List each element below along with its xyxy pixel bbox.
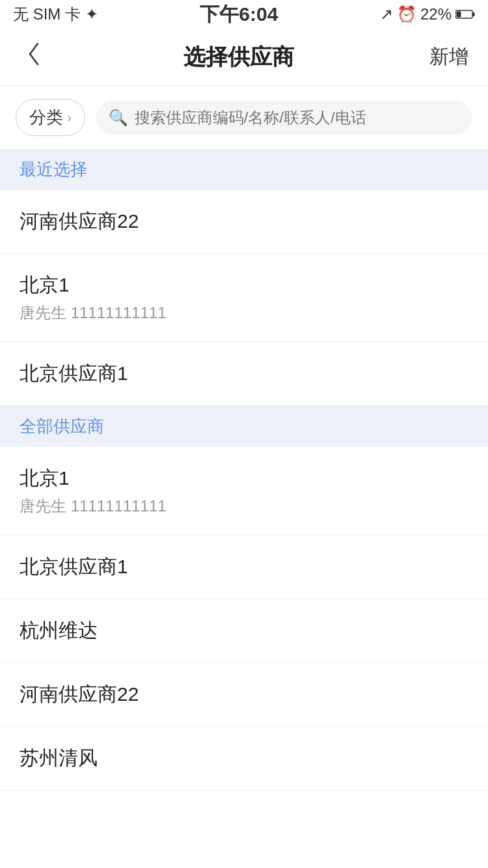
item-name: 河南供应商22 — [20, 208, 468, 235]
add-button[interactable]: 新增 — [429, 44, 468, 70]
item-name: 苏州清风 — [20, 745, 468, 772]
category-button[interactable]: 分类 › — [16, 99, 85, 136]
item-name: 河南供应商22 — [20, 681, 468, 708]
status-left: 无 SIM 卡 ✦ — [13, 4, 98, 25]
list-item[interactable]: 苏州清风 — [0, 727, 488, 791]
item-name: 北京供应商1 — [20, 360, 468, 387]
filter-bar: 分类 › 🔍 — [0, 86, 488, 149]
search-input[interactable] — [135, 109, 459, 127]
list-item[interactable]: 河南供应商22 — [0, 663, 488, 727]
item-name: 北京1 — [20, 272, 468, 299]
sim-status: 无 SIM 卡 ✦ — [13, 4, 98, 25]
chevron-right-icon: › — [67, 110, 72, 125]
list-item[interactable]: 杭州维达 — [0, 599, 488, 663]
item-name: 北京1 — [20, 465, 468, 492]
list-item[interactable]: 河南供应商22 — [0, 190, 488, 254]
status-right: ↗ ⏰ 22% — [380, 5, 475, 23]
nav-bar: 选择供应商 新增 — [0, 29, 488, 86]
svg-rect-2 — [456, 12, 461, 18]
status-time: 下午6:04 — [200, 1, 278, 28]
item-name: 杭州维达 — [20, 617, 468, 644]
item-name: 北京供应商1 — [20, 554, 468, 580]
status-bar: 无 SIM 卡 ✦ 下午6:04 ↗ ⏰ 22% — [0, 0, 488, 29]
section-header-all: 全部供应商 — [0, 406, 488, 447]
list-item[interactable]: 北京1唐先生 11111111111 — [0, 447, 488, 536]
section-header-recent: 最近选择 — [0, 149, 488, 190]
item-sub: 唐先生 11111111111 — [20, 303, 468, 323]
battery-percent: 22% — [420, 5, 452, 23]
page-title: 选择供应商 — [183, 42, 294, 72]
list-item[interactable]: 北京供应商1 — [0, 536, 488, 599]
supplier-list: 最近选择河南供应商22北京1唐先生 11111111111北京供应商1全部供应商… — [0, 149, 488, 791]
search-box: 🔍 — [96, 101, 472, 135]
battery-icon — [455, 5, 475, 23]
location-icon: ↗ — [380, 5, 393, 23]
svg-rect-1 — [472, 12, 474, 16]
category-label: 分类 — [29, 106, 63, 129]
list-item[interactable]: 北京1唐先生 11111111111 — [0, 254, 488, 342]
item-sub: 唐先生 11111111111 — [20, 496, 468, 517]
list-item[interactable]: 北京供应商1 — [0, 342, 488, 406]
back-button[interactable] — [20, 34, 48, 79]
search-icon: 🔍 — [109, 109, 128, 127]
alarm-icon: ⏰ — [397, 5, 416, 23]
